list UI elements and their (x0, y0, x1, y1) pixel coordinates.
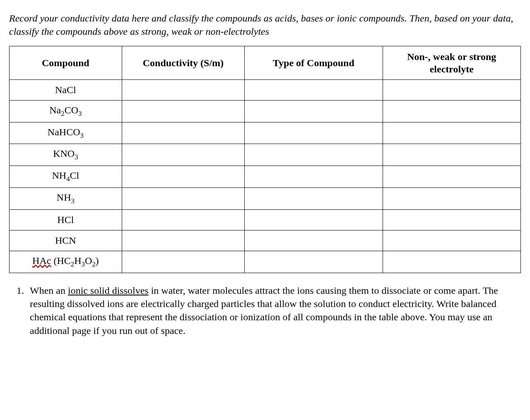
question-underlined: ionic solid dissolves (68, 285, 149, 296)
header-electrolyte: Non-, weak or strong electrolyte (383, 46, 520, 79)
header-type: Type of Compound (245, 46, 383, 79)
compound-cell: NaCl (10, 79, 122, 100)
compound-cell: NaHCO3 (10, 122, 122, 144)
electrolyte-cell[interactable] (383, 144, 520, 166)
compounds-table: Compound Conductivity (S/m) Type of Comp… (9, 46, 521, 273)
conductivity-cell[interactable] (122, 100, 244, 122)
header-conductivity: Conductivity (S/m) (122, 46, 244, 79)
table-row: NH4Cl (10, 166, 521, 188)
table-row: NaCl (10, 79, 521, 100)
compound-cell: NH4Cl (10, 166, 122, 188)
electrolyte-cell[interactable] (383, 209, 520, 230)
type-cell[interactable] (245, 122, 383, 144)
question-1: When an ionic solid dissolves in water, … (26, 284, 521, 338)
question-pre: When an (30, 285, 68, 296)
instruction-text: Record your conductivity data here and c… (9, 12, 521, 38)
type-cell[interactable] (245, 251, 383, 273)
type-cell[interactable] (245, 166, 383, 188)
type-cell[interactable] (245, 187, 383, 209)
conductivity-cell[interactable] (122, 144, 244, 166)
table-row: HCN (10, 230, 521, 251)
compound-cell: HCN (10, 230, 122, 251)
electrolyte-cell[interactable] (383, 166, 520, 188)
compound-cell: Na2CO3 (10, 100, 122, 122)
type-cell[interactable] (245, 209, 383, 230)
table-row: NH3 (10, 187, 521, 209)
conductivity-cell[interactable] (122, 122, 244, 144)
conductivity-cell[interactable] (122, 230, 244, 251)
type-cell[interactable] (245, 144, 383, 166)
conductivity-cell[interactable] (122, 79, 244, 100)
table-row: NaHCO3 (10, 122, 521, 144)
electrolyte-cell[interactable] (383, 230, 520, 251)
question-block: When an ionic solid dissolves in water, … (9, 284, 521, 338)
electrolyte-cell[interactable] (383, 251, 520, 273)
table-row: HCl (10, 209, 521, 230)
table-row: HAc (HC2H3O2) (10, 251, 521, 273)
electrolyte-cell[interactable] (383, 187, 520, 209)
compound-cell: HAc (HC2H3O2) (10, 251, 122, 273)
compound-cell: NH3 (10, 187, 122, 209)
conductivity-cell[interactable] (122, 209, 244, 230)
table-row: Na2CO3 (10, 100, 521, 122)
electrolyte-cell[interactable] (383, 79, 520, 100)
header-compound: Compound (10, 46, 122, 79)
type-cell[interactable] (245, 79, 383, 100)
type-cell[interactable] (245, 230, 383, 251)
electrolyte-cell[interactable] (383, 100, 520, 122)
compound-cell: HCl (10, 209, 122, 230)
conductivity-cell[interactable] (122, 166, 244, 188)
conductivity-cell[interactable] (122, 187, 244, 209)
table-row: KNO3 (10, 144, 521, 166)
type-cell[interactable] (245, 100, 383, 122)
compound-cell: KNO3 (10, 144, 122, 166)
table-header-row: Compound Conductivity (S/m) Type of Comp… (10, 46, 521, 79)
conductivity-cell[interactable] (122, 251, 244, 273)
electrolyte-cell[interactable] (383, 122, 520, 144)
